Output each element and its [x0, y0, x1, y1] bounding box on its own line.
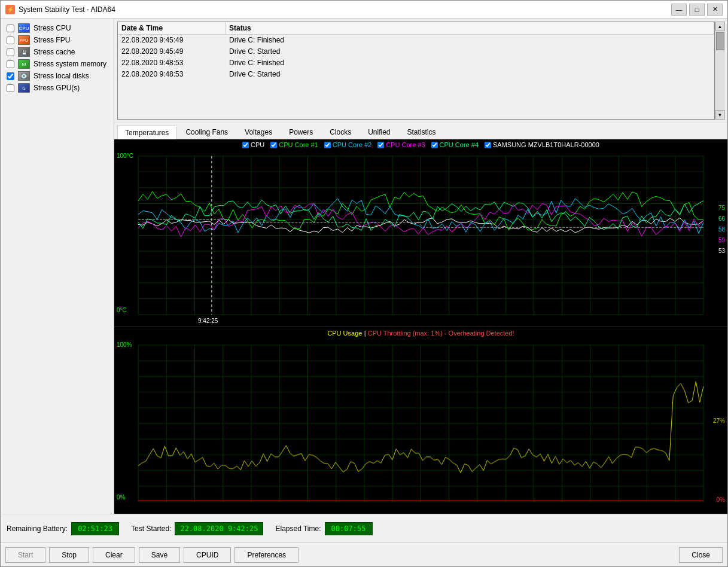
cpuid-button[interactable]: CPUID [184, 547, 231, 563]
legend-core1: CPU Core #1 [270, 141, 318, 148]
stress-cache-label: Stress cache [33, 48, 75, 56]
legend-cpu-check[interactable] [242, 142, 249, 148]
val-53: 53 [718, 246, 725, 257]
remaining-battery-label: Remaining Battery: [7, 525, 68, 533]
scroll-thumb[interactable] [716, 32, 724, 50]
sidebar-item-stress-fpu[interactable]: FPU Stress FPU [4, 34, 110, 46]
tab-clocks[interactable]: Clocks [322, 125, 359, 139]
sidebar-item-stress-disk[interactable]: 💽 Stress local disks [4, 70, 110, 82]
stress-fpu-icon: FPU [18, 35, 30, 45]
usage-title-yellow: CPU Usage [327, 330, 362, 337]
title-controls: — □ ✕ [671, 4, 723, 16]
stress-disk-icon: 💽 [18, 71, 30, 81]
tab-voltages[interactable]: Voltages [237, 125, 280, 139]
tab-unified[interactable]: Unified [360, 125, 398, 139]
log-col-datetime: Date & Time [118, 22, 226, 34]
usage-chart-title: CPU Usage | CPU Throttling (max: 1%) - O… [114, 327, 727, 339]
charts-wrapper: CPU CPU Core #1 CPU Core #2 CPU Cor [114, 139, 727, 514]
legend-samsung-check[interactable] [485, 142, 491, 148]
close-window-button[interactable]: ✕ [707, 4, 723, 16]
save-button[interactable]: Save [139, 547, 180, 563]
log-cell-datetime-1: 22.08.2020 9:45:49 [118, 46, 226, 57]
title-bar-left: ⚡ System Stability Test - AIDA64 [5, 5, 115, 14]
main-content: CPU Stress CPU FPU Stress FPU 💾 Stress c… [1, 19, 727, 514]
usage-value-right: 27% [713, 417, 725, 424]
window-title: System Stability Test - AIDA64 [19, 5, 115, 14]
left-sidebar: CPU Stress CPU FPU Stress FPU 💾 Stress c… [1, 19, 114, 514]
stress-cpu-icon: CPU [18, 23, 30, 33]
main-window: ⚡ System Stability Test - AIDA64 — □ ✕ C… [0, 0, 728, 567]
temp-values-right: 75 66 58 59 53 [718, 203, 725, 257]
sidebar-item-stress-cpu[interactable]: CPU Stress CPU [4, 22, 110, 34]
scroll-down-button[interactable]: ▼ [715, 110, 725, 120]
temperature-chart: CPU CPU Core #1 CPU Core #2 CPU Cor [114, 139, 727, 327]
temp-y-max: 100°C [117, 153, 133, 159]
log-cell-status-1: Drive C: Started [226, 46, 714, 57]
usage-canvas [114, 339, 727, 514]
stress-cpu-checkbox[interactable] [7, 25, 14, 32]
usage-chart-area: 100% 0% 27% 0% [114, 339, 727, 514]
stress-fpu-checkbox[interactable] [7, 36, 14, 44]
stress-memory-checkbox[interactable] [7, 60, 14, 68]
stress-gpu-checkbox[interactable] [7, 84, 14, 92]
legend-samsung: SAMSUNG MZVLB1T0HALR-00000 [485, 141, 599, 148]
legend-samsung-label: SAMSUNG MZVLB1T0HALR-00000 [493, 141, 599, 148]
log-cell-status-0: Drive C: Finished [226, 35, 714, 45]
usage-value-bottom: 0% [717, 496, 725, 503]
stress-cpu-label: Stress CPU [33, 24, 71, 32]
stress-gpu-label: Stress GPU(s) [33, 84, 80, 92]
legend-core4-check[interactable] [431, 142, 438, 148]
start-button[interactable]: Start [5, 547, 45, 563]
bottom-bar: Start Stop Clear Save CPUID Preferences … [1, 542, 727, 566]
val-58: 58 [718, 224, 725, 235]
log-cell-datetime-0: 22.08.2020 9:45:49 [118, 35, 226, 45]
sidebar-item-stress-memory[interactable]: M Stress system memory [4, 58, 110, 70]
stress-fpu-label: Stress FPU [33, 36, 70, 44]
tabs-bar: Temperatures Cooling Fans Voltages Power… [114, 123, 727, 139]
usage-y-max: 100% [117, 342, 132, 348]
stress-cache-checkbox[interactable] [7, 48, 14, 56]
stress-gpu-icon: G [18, 83, 30, 93]
tab-temperatures[interactable]: Temperatures [117, 126, 176, 139]
sidebar-item-stress-gpu[interactable]: G Stress GPU(s) [4, 82, 110, 94]
scroll-up-button[interactable]: ▲ [715, 22, 725, 31]
test-started-value: 22.08.2020 9:42:25 [175, 522, 263, 535]
close-button[interactable]: Close [679, 547, 723, 563]
usage-chart: CPU Usage | CPU Throttling (max: 1%) - O… [114, 327, 727, 514]
log-row-3[interactable]: 22.08.2020 9:48:53 Drive C: Started [118, 69, 714, 80]
right-panel: Date & Time Status 22.08.2020 9:45:49 Dr… [114, 19, 727, 514]
app-icon: ⚡ [5, 5, 15, 14]
maximize-button[interactable]: □ [689, 4, 705, 16]
log-row-1[interactable]: 22.08.2020 9:45:49 Drive C: Started [118, 46, 714, 57]
legend-core2-check[interactable] [324, 142, 331, 148]
stress-cache-icon: 💾 [18, 47, 30, 57]
sidebar-item-stress-cache[interactable]: 💾 Stress cache [4, 46, 110, 58]
log-table-header: Date & Time Status [118, 22, 714, 35]
minimize-button[interactable]: — [671, 4, 687, 16]
tab-cooling-fans[interactable]: Cooling Fans [178, 125, 236, 139]
scroll-track[interactable] [715, 31, 725, 110]
stress-disk-checkbox[interactable] [7, 72, 14, 80]
title-bar: ⚡ System Stability Test - AIDA64 — □ ✕ [1, 1, 727, 19]
clear-button[interactable]: Clear [93, 547, 135, 563]
stop-button[interactable]: Stop [49, 547, 89, 563]
temp-legend: CPU CPU Core #1 CPU Core #2 CPU Cor [114, 139, 727, 150]
tab-statistics[interactable]: Statistics [400, 125, 444, 139]
legend-core4: CPU Core #4 [431, 141, 479, 148]
legend-core1-label: CPU Core #1 [279, 141, 318, 148]
remaining-battery-item: Remaining Battery: 02:51:23 [7, 522, 119, 535]
elapsed-time-item: Elapsed Time: 00:07:55 [275, 522, 372, 535]
temp-y-min: 0°C [117, 307, 127, 313]
preferences-button[interactable]: Preferences [234, 547, 298, 563]
test-started-item: Test Started: 22.08.2020 9:42:25 [131, 522, 263, 535]
log-row-2[interactable]: 22.08.2020 9:48:53 Drive C: Finished [118, 57, 714, 69]
temperature-canvas [114, 150, 727, 327]
legend-core2-label: CPU Core #2 [333, 141, 371, 148]
legend-core3-check[interactable] [377, 142, 384, 148]
log-scrollbar[interactable]: ▲ ▼ [715, 22, 724, 120]
legend-core1-check[interactable] [270, 142, 277, 148]
legend-cpu-label: CPU [251, 141, 264, 148]
legend-core4-label: CPU Core #4 [440, 141, 479, 148]
tab-powers[interactable]: Powers [281, 125, 321, 139]
log-row-0[interactable]: 22.08.2020 9:45:49 Drive C: Finished [118, 35, 714, 46]
